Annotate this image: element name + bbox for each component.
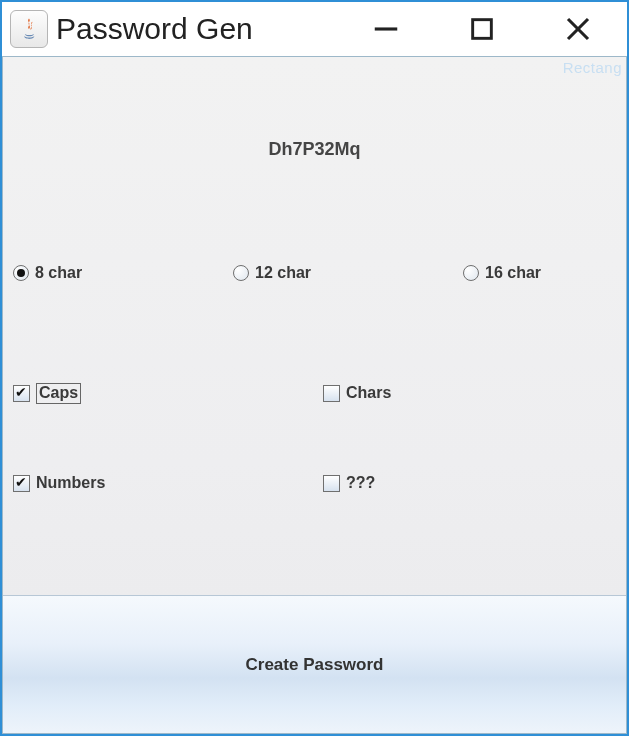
java-icon [10, 10, 48, 48]
generated-password: Dh7P32Mq [268, 139, 360, 160]
window-title: Password Gen [56, 12, 253, 46]
length-option-16[interactable]: 16 char [463, 264, 616, 282]
radio-icon [233, 265, 249, 281]
options-grid: Caps Chars Numbers ??? [3, 304, 626, 534]
radio-icon [463, 265, 479, 281]
length-option-8[interactable]: 8 char [13, 264, 233, 282]
action-bar: Create Password [3, 595, 626, 733]
length-radio-group: 8 char 12 char 16 char [3, 242, 626, 304]
maximize-button[interactable] [465, 12, 499, 46]
close-button[interactable] [561, 12, 595, 46]
checkbox-icon [13, 385, 30, 402]
client-area: Rectang Dh7P32Mq 8 char 12 char 16 char [2, 56, 627, 734]
radio-label: 8 char [35, 264, 82, 282]
radio-label: 16 char [485, 264, 541, 282]
option-mystery[interactable]: ??? [323, 474, 616, 492]
checkbox-label: Caps [36, 383, 81, 404]
length-option-12[interactable]: 12 char [233, 264, 463, 282]
output-area: Dh7P32Mq [3, 57, 626, 242]
app-window: Password Gen Rectang Dh7P32Mq 8 char [0, 0, 629, 736]
option-numbers[interactable]: Numbers [13, 474, 323, 492]
titlebar: Password Gen [2, 2, 627, 56]
checkbox-icon [323, 385, 340, 402]
minimize-button[interactable] [369, 12, 403, 46]
option-chars[interactable]: Chars [323, 384, 616, 402]
svg-rect-1 [473, 20, 492, 39]
radio-label: 12 char [255, 264, 311, 282]
window-controls [369, 12, 595, 46]
checkbox-label: ??? [346, 474, 375, 492]
checkbox-icon [13, 475, 30, 492]
radio-icon [13, 265, 29, 281]
checkbox-label: Numbers [36, 474, 105, 492]
option-caps[interactable]: Caps [13, 383, 323, 404]
checkbox-icon [323, 475, 340, 492]
create-password-button[interactable]: Create Password [3, 596, 626, 733]
checkbox-label: Chars [346, 384, 391, 402]
